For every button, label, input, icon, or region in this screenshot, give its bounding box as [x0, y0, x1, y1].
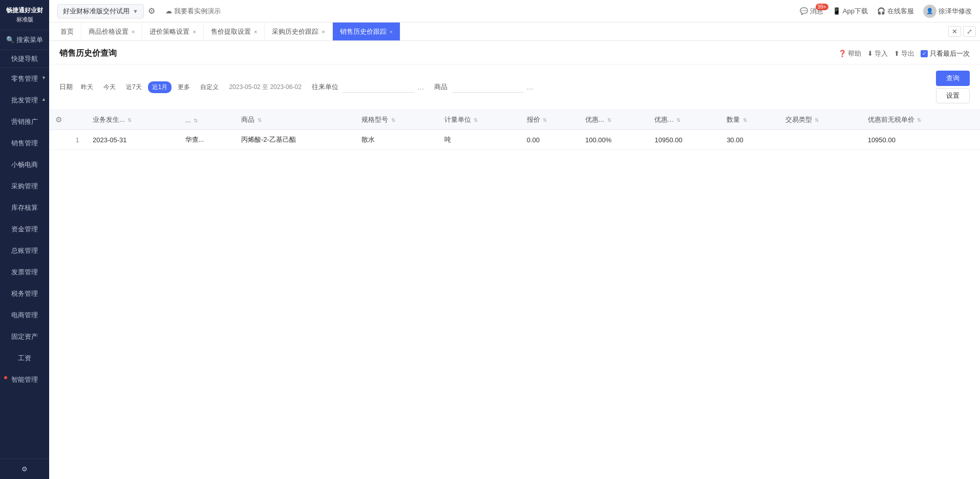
sidebar-item-ledger[interactable]: 总账管理 [0, 240, 49, 262]
tab-close-sales-history[interactable]: × [390, 29, 393, 35]
col-extra[interactable]: ... ⇅ [179, 110, 235, 130]
sort-pretax-icon: ⇅ [917, 117, 921, 123]
settings-gear-icon[interactable]: ⚙ [148, 6, 155, 16]
smart-dot [4, 376, 7, 379]
sidebar-item-purchase[interactable]: 采购管理 [0, 176, 49, 197]
only-last-checkbox[interactable] [921, 50, 928, 57]
demo-link[interactable]: ☁ 我要看实例演示 [165, 7, 221, 16]
product-picker-dots[interactable]: ... [526, 82, 533, 92]
source-input[interactable] [343, 81, 414, 93]
sort-unit-icon: ⇅ [474, 117, 478, 123]
sidebar-item-salary[interactable]: 工资 [0, 347, 49, 369]
tabbar: 首页 商品价格设置 × 进价策略设置 × 售价提取设置 × 采购历史价跟踪 × … [49, 23, 980, 41]
col-price-label: 报价 [527, 116, 540, 123]
sidebar: 畅捷通好业财 标准版 🔍 搜索菜单 快捷导航 零售管理 批发管理 营销推广 销售… [0, 0, 49, 479]
col-product-label: 商品 [241, 116, 254, 123]
tab-close-sale-price[interactable]: × [254, 29, 257, 35]
import-link[interactable]: ⬇ 导入 [867, 49, 888, 58]
page-title: 销售历史价查询 [59, 48, 117, 59]
col-price[interactable]: 报价 ⇅ [521, 110, 579, 130]
tab-sales-history[interactable]: 销售历史价跟踪 × [333, 23, 400, 41]
sidebar-item-tax[interactable]: 税务管理 [0, 283, 49, 304]
sidebar-item-ecommerce-small[interactable]: 小畅电商 [0, 154, 49, 176]
col-unit[interactable]: 计量单位 ⇅ [438, 110, 521, 130]
date-btn-yesterday[interactable]: 昨天 [77, 81, 97, 93]
col-settings-icon[interactable]: ⚙ [55, 115, 62, 124]
product-label: 商品 [434, 82, 448, 92]
table-row[interactable]: 1 2023-05-31 华查... 丙烯酸-2-乙基己酯 散水 吨 0.00 … [49, 130, 980, 150]
date-btn-today[interactable]: 今天 [99, 81, 120, 93]
query-button[interactable]: 查询 [936, 71, 970, 86]
sidebar-item-finance[interactable]: 资金管理 [0, 219, 49, 240]
online-service-button[interactable]: 🎧 在线客服 [877, 7, 914, 16]
sidebar-item-retail[interactable]: 零售管理 [0, 68, 49, 90]
setting-button[interactable]: 设置 [936, 88, 970, 103]
message-icon: 💬 [800, 7, 808, 15]
col-qty[interactable]: 数量 ⇅ [720, 110, 779, 130]
sidebar-quick-nav[interactable]: 快捷导航 [0, 50, 49, 68]
avatar: 👤 [923, 5, 936, 18]
tab-close-purchase-strategy[interactable]: × [193, 29, 196, 35]
content-area: 销售历史价查询 ❓ 帮助 ⬇ 导入 ⬆ 导出 只看最后一次 [49, 41, 980, 479]
tab-close-purchase-history[interactable]: × [322, 29, 325, 35]
company-selector[interactable]: 好业财标准版交付试用 ▼ [57, 4, 144, 18]
col-discount-pct[interactable]: 优惠... ⇅ [579, 110, 648, 130]
tab-purchase-history[interactable]: 采购历史价跟踪 × [265, 23, 332, 41]
headset-icon: 🎧 [877, 7, 885, 15]
help-link[interactable]: ❓ 帮助 [838, 49, 861, 58]
tab-close-price[interactable]: × [132, 29, 135, 35]
tab-home[interactable]: 首页 [53, 23, 81, 41]
app-download-button[interactable]: 📱 App下载 [833, 7, 868, 16]
col-date[interactable]: 业务发生... ⇅ [87, 110, 179, 130]
tab-sale-price[interactable]: 售价提取设置 × [204, 23, 265, 41]
tab-purchase-strategy[interactable]: 进价策略设置 × [142, 23, 203, 41]
date-btn-1month[interactable]: 近1月 [148, 81, 172, 93]
source-filter-group: 往来单位 ... [312, 81, 424, 93]
date-btn-custom[interactable]: 自定义 [196, 81, 223, 93]
col-extra-label: ... [185, 116, 191, 124]
only-last-checkbox-label[interactable]: 只看最后一次 [921, 49, 970, 58]
source-label: 往来单位 [312, 82, 338, 92]
col-product[interactable]: 商品 ⇅ [235, 110, 355, 130]
source-picker-dots[interactable]: ... [417, 82, 424, 92]
row-extra-cell: 华查... [179, 130, 235, 150]
sidebar-item-smart[interactable]: 智能管理 [0, 369, 49, 390]
col-spec[interactable]: 规格型号 ⇅ [355, 110, 438, 130]
col-discount-val-label: 优惠... [654, 116, 673, 123]
tab-price[interactable]: 商品价格设置 × [81, 23, 142, 41]
col-pretax-price[interactable]: 优惠前无税单价 ⇅ [862, 110, 980, 130]
col-trade-type[interactable]: 交易类型 ⇅ [779, 110, 862, 130]
date-label: 日期 [59, 82, 73, 92]
col-qty-label: 数量 [727, 116, 740, 123]
tab-close-all[interactable]: ✕ [948, 26, 961, 37]
row-qty-cell: 30.00 [720, 130, 779, 150]
sidebar-settings[interactable]: ⚙ [0, 459, 49, 479]
message-button[interactable]: 💬 消息 99+ [800, 7, 823, 16]
sidebar-item-marketing[interactable]: 营销推广 [0, 111, 49, 133]
filter-bar: 日期 昨天 今天 近7天 近1月 更多 自定义 2023-05-02 至 202… [49, 64, 980, 110]
tabbar-controls: ✕ ⤢ [946, 26, 980, 37]
export-link[interactable]: ⬆ 导出 [894, 49, 914, 58]
col-discount-val[interactable]: 优惠... ⇅ [648, 110, 720, 130]
cloud-icon: ☁ [165, 7, 172, 15]
sidebar-item-assets[interactable]: 固定资产 [0, 326, 49, 347]
settings-icon: ⚙ [22, 465, 28, 473]
row-product-cell: 丙烯酸-2-乙基己酯 [235, 130, 355, 150]
sidebar-item-invoice[interactable]: 发票管理 [0, 262, 49, 283]
date-btn-more[interactable]: 更多 [174, 81, 194, 93]
sidebar-item-sales[interactable]: 销售管理 [0, 133, 49, 154]
sort-price-icon: ⇅ [543, 117, 547, 123]
sidebar-item-inventory[interactable]: 库存核算 [0, 197, 49, 219]
phone-icon: 📱 [833, 7, 841, 15]
import-icon: ⬇ [867, 50, 873, 57]
sidebar-item-ecom[interactable]: 电商管理 [0, 304, 49, 326]
sort-product-icon: ⇅ [258, 117, 262, 123]
sidebar-item-wholesale[interactable]: 批发管理 [0, 90, 49, 111]
date-btn-7days[interactable]: 近7天 [122, 81, 146, 93]
product-input-wrap: ... [452, 81, 533, 93]
sidebar-search[interactable]: 🔍 搜索菜单 [0, 30, 49, 50]
user-menu[interactable]: 👤 徐泽华修改 [923, 5, 972, 18]
tab-expand[interactable]: ⤢ [963, 26, 976, 37]
col-seq [68, 110, 87, 130]
product-input[interactable] [452, 81, 523, 93]
